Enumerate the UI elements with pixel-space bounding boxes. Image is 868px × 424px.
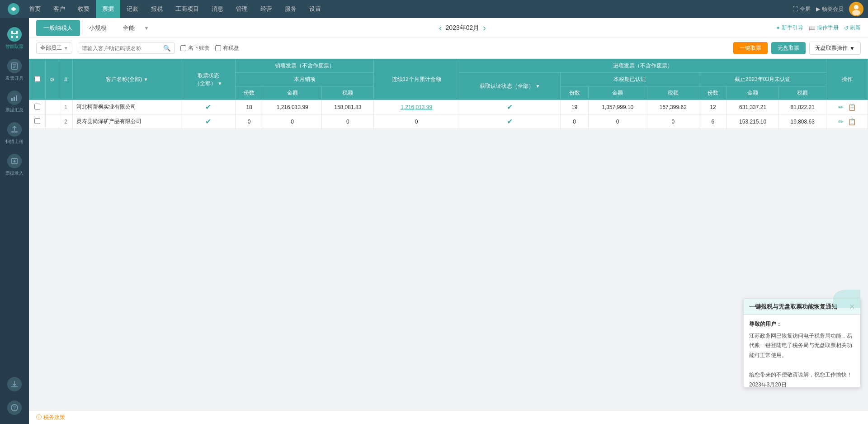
table-wrap: ⚙ # 客户名称(全部) ▼ 取票状态（全部） ▼ 销项发票（不含作废票） 连续…	[29, 59, 868, 410]
sidebar-label-summary: 票据汇总	[5, 107, 24, 113]
nav-operation[interactable]: 经营	[254, 0, 278, 18]
nav-manage[interactable]: 管理	[230, 0, 254, 18]
row-sales-amount: 1,216,013.99	[263, 100, 322, 114]
row-customer: 河北柯蕾枫实业有限公司	[73, 100, 181, 114]
row-settings	[46, 100, 59, 114]
refresh-btn[interactable]: ↺ 刷新	[844, 24, 861, 32]
fullscreen-btn[interactable]: ⛶ 全屏	[793, 5, 811, 13]
svg-rect-16	[11, 131, 18, 133]
sidebar-item-help[interactable]: ?	[7, 396, 22, 419]
svg-rect-13	[11, 98, 13, 101]
sidebar-item-download[interactable]	[7, 372, 22, 396]
sidebar-item-entry[interactable]: 票据录入	[0, 149, 29, 181]
nav-settings[interactable]: 设置	[303, 0, 327, 18]
th-purchase-recognized: 本税期已认证	[561, 73, 699, 86]
manual-icon: 📖	[809, 25, 816, 31]
employee-select[interactable]: 全部员工 ▼	[36, 43, 72, 54]
no-disk-ops-btn[interactable]: 无盘取票操作 ▼	[809, 42, 861, 55]
svg-rect-14	[14, 97, 15, 101]
th-pur-count2: 份数	[699, 86, 726, 100]
sidebar-item-summary[interactable]: 票据汇总	[0, 86, 29, 118]
tab-general-taxpayer[interactable]: 一般纳税人	[36, 20, 80, 36]
sidebar-item-invoice-issue[interactable]: 发票开具	[0, 54, 29, 86]
table-row: 2 灵寿县尚泽矿产品有限公司 ✔ 0 0 0 0 ✔ 0 0 0 6 153,2…	[29, 114, 868, 129]
info-icon: ⓘ	[36, 414, 42, 421]
th-purchase-unrecognized: 截止2023年03月未认证	[699, 73, 826, 86]
nav-home[interactable]: 首页	[23, 0, 47, 18]
filter-bar-right: 一键取票 无盘取票 无盘取票操作 ▼	[733, 42, 861, 55]
row-cumulative: 1,216,013.99	[374, 100, 459, 114]
th-operation: 操作	[826, 59, 868, 100]
tab-small-scale[interactable]: 小规模	[82, 20, 114, 36]
th-pur-amount1: 金额	[588, 86, 647, 100]
row-pur-count1: 0	[561, 114, 588, 129]
nav-business[interactable]: 工商项目	[169, 0, 205, 18]
row-pur-tax2: 81,822.21	[779, 100, 826, 114]
nav-customer[interactable]: 客户	[47, 0, 71, 18]
nav-service[interactable]: 服务	[278, 0, 303, 18]
detail-icon[interactable]: 📋	[848, 104, 856, 111]
bottom-bar: ⓘ 税务政策	[29, 410, 868, 424]
sidebar-item-scan-upload[interactable]: 扫描上传	[0, 118, 29, 149]
th-pur-amount2: 金额	[727, 86, 779, 100]
user-avatar[interactable]	[849, 2, 863, 16]
check-tax-label[interactable]: 有税盘	[215, 44, 239, 52]
guide-btn[interactable]: ✦ 新手引导	[776, 24, 803, 32]
help-icon: ?	[7, 400, 22, 415]
member-btn[interactable]: ▶ 畅类会员	[816, 5, 844, 13]
row-checkbox[interactable]	[29, 100, 46, 114]
row-pur-count2: 6	[699, 114, 726, 129]
select-all-checkbox[interactable]	[34, 76, 40, 82]
search-wrap: 🔍	[78, 43, 175, 54]
search-input[interactable]	[78, 43, 160, 53]
th-num: #	[59, 59, 73, 100]
table-row: 1 河北柯蕾枫实业有限公司 ✔ 18 1,216,013.99 158,081.…	[29, 100, 868, 114]
check-account-checkbox[interactable]	[180, 45, 186, 51]
manual-btn[interactable]: 📖 操作手册	[809, 24, 839, 32]
fullscreen-icon: ⛶	[793, 6, 798, 12]
recognize-icon: ✔	[507, 118, 513, 125]
th-sales-month: 本月销项	[235, 73, 373, 86]
detail-icon[interactable]: 📋	[848, 118, 856, 125]
row-sales-tax: 158,081.83	[322, 100, 374, 114]
tab-dropdown-icon[interactable]: ▼	[144, 25, 149, 31]
th-sales-amount: 金额	[263, 86, 322, 100]
th-settings: ⚙	[46, 59, 59, 100]
check-account-label[interactable]: 名下账套	[180, 44, 210, 52]
next-month-btn[interactable]: ›	[483, 23, 486, 33]
row-pur-amount1: 1,357,999.10	[588, 100, 647, 114]
employee-label: 全部员工	[40, 44, 62, 52]
cumulative-link[interactable]: 1,216,013.99	[401, 104, 432, 110]
edit-icon[interactable]: ✏	[838, 104, 844, 111]
nav-bookkeeping[interactable]: 记账	[120, 0, 145, 18]
edit-icon[interactable]: ✏	[838, 118, 844, 125]
check-tax-checkbox[interactable]	[215, 45, 221, 51]
tax-policy-link[interactable]: ⓘ 税务政策	[36, 414, 65, 421]
nav-tax[interactable]: 报税	[145, 0, 169, 18]
notif-apology: 给您带来的不便敬请谅解，祝您工作愉快！	[749, 370, 855, 380]
guide-icon: ✦	[776, 25, 780, 31]
row-num: 1	[59, 100, 73, 114]
one-click-btn[interactable]: 一键取票	[733, 42, 768, 54]
search-button[interactable]: 🔍	[160, 43, 175, 53]
sidebar-item-smart-ticket[interactable]: 智能取票	[0, 23, 29, 54]
row-recognize-status: ✔	[459, 100, 561, 114]
nav-message[interactable]: 消息	[205, 0, 230, 18]
sidebar-label-entry: 票据录入	[5, 170, 24, 176]
th-customer: 客户名称(全部) ▼	[73, 59, 181, 100]
svg-text:?: ?	[13, 405, 16, 410]
settings-icon[interactable]: ⚙	[50, 76, 55, 83]
prev-month-btn[interactable]: ‹	[439, 23, 442, 33]
notif-decoration	[833, 290, 860, 308]
no-disk-btn[interactable]: 无盘取票	[771, 42, 806, 54]
notif-body: 尊敬的用户： 江苏政务网已恢复访问电子税务局功能，易代账一键登陆电子税务局与无盘…	[744, 315, 860, 387]
nav-items: 首页 客户 收费 票据 记账 报税 工商项目 消息 管理 经营 服务 设置	[23, 0, 793, 18]
row-checkbox[interactable]	[29, 114, 46, 129]
logo[interactable]	[5, 0, 23, 18]
row-sales-count: 0	[235, 114, 263, 129]
top-navigation: 首页 客户 收费 票据 记账 报税 工商项目 消息 管理 经营 服务 设置 ⛶ …	[0, 0, 868, 18]
main-content: 一般纳税人 小规模 全能 ▼ ‹ 2023年02月 › ✦ 新手引导 📖	[29, 18, 868, 424]
nav-invoice[interactable]: 票据	[96, 0, 120, 18]
tab-all[interactable]: 全能	[116, 20, 142, 36]
nav-fee[interactable]: 收费	[71, 0, 96, 18]
